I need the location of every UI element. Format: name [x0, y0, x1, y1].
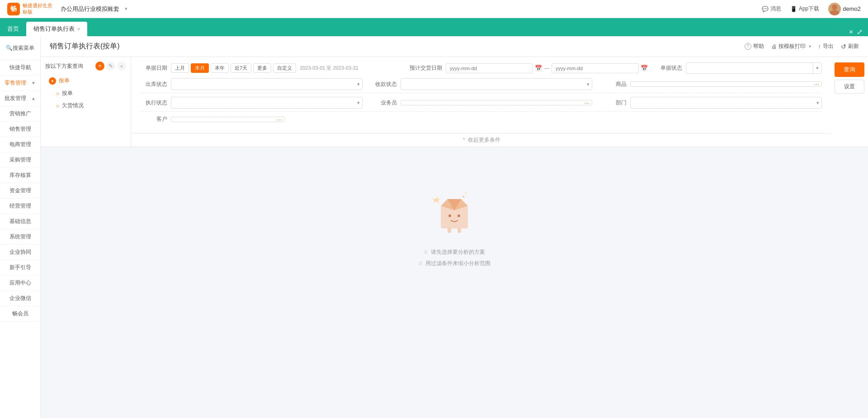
- forecast-date-end-icon[interactable]: 📅: [641, 65, 648, 71]
- tab-home[interactable]: 首页: [0, 22, 26, 36]
- logo-initial: 畅: [10, 5, 17, 13]
- empty-hint2-text: 用过滤条件来缩小分析范围: [425, 260, 491, 267]
- scheme-sub-item-order[interactable]: ○ 按单: [45, 87, 126, 100]
- customer-dots-icon[interactable]: ···: [277, 116, 282, 123]
- sidebar-item-system-label: 系统管理: [9, 233, 31, 241]
- date-btn-more[interactable]: 更多: [253, 63, 271, 73]
- sidebar-item-quick-nav[interactable]: 快捷导航: [0, 60, 40, 76]
- sidebar-item-inventory[interactable]: 库存核算: [0, 168, 40, 183]
- filter-area: 单据日期 上月 本月 本年 近7天 更多 自定义 2023-03-01 至 20…: [131, 57, 831, 147]
- search-menu-label: 搜索菜单: [13, 44, 34, 52]
- scheme-item-order[interactable]: ● 按单: [45, 74, 126, 87]
- collapse-more-bar[interactable]: ⌃ 收起更多条件: [131, 133, 831, 147]
- tab-close-icon[interactable]: ×: [77, 26, 80, 32]
- sidebar-item-operation[interactable]: 经营管理: [0, 199, 40, 214]
- salesperson-multi-select[interactable]: ···: [401, 100, 592, 105]
- sidebar-item-marketing[interactable]: 营销推广: [0, 106, 40, 122]
- customer-input[interactable]: [171, 117, 285, 122]
- sidebar-item-sales-label: 销售管理: [9, 125, 31, 133]
- logo-text: 畅捷通好生意 标版: [23, 3, 52, 14]
- title-dropdown-icon[interactable]: ▾: [125, 6, 127, 12]
- sidebar-item-appstore[interactable]: 应用中心: [0, 276, 40, 291]
- goods-multi-select[interactable]: ···: [630, 81, 822, 87]
- help-action[interactable]: ? 帮助: [745, 43, 764, 50]
- user-profile[interactable]: demo2: [828, 3, 861, 15]
- search-area: 按以下方案查询 + ✎ « ● 按单 ○ 按单 ○ 欠货: [41, 57, 868, 147]
- forecast-date-end-input[interactable]: [552, 63, 639, 73]
- sidebar-item-purchase[interactable]: 采购管理: [0, 152, 40, 168]
- doc-status-select[interactable]: ▾: [686, 62, 822, 74]
- scheme-collapse-btn[interactable]: «: [117, 62, 126, 71]
- query-button[interactable]: 查询: [835, 62, 864, 77]
- sidebar-item-newbie[interactable]: 新手引导: [0, 260, 40, 276]
- date-btn-this-year[interactable]: 本年: [211, 63, 229, 73]
- search-menu-item[interactable]: 🔍 搜索菜单: [4, 40, 37, 56]
- sidebar-item-sales[interactable]: 销售管理: [0, 122, 40, 137]
- date-btn-custom[interactable]: 自定义: [273, 63, 296, 73]
- date-btn-last-month[interactable]: 上月: [171, 63, 189, 73]
- exec-status-select-input[interactable]: [171, 97, 363, 109]
- sidebar-item-ecommerce[interactable]: 电商管理: [0, 137, 40, 152]
- dept-select[interactable]: [630, 97, 822, 109]
- refresh-action[interactable]: ↺ 刷新: [841, 43, 859, 50]
- sidebar-item-enterprise[interactable]: 企业协同: [0, 245, 40, 260]
- customer-multi-select[interactable]: ···: [171, 117, 285, 122]
- message-icon: 💬: [762, 6, 769, 12]
- app-download-action[interactable]: 📱 App下载: [790, 5, 819, 13]
- customer-label: 客户: [140, 115, 167, 123]
- payment-status-label: 收款状态: [370, 81, 397, 88]
- payment-status-select[interactable]: [401, 78, 592, 90]
- sidebar-item-system[interactable]: 系统管理: [0, 229, 40, 245]
- dept-select-input[interactable]: [630, 97, 822, 109]
- filter-forecast-date: 预计交货日期 📅 — 📅: [410, 63, 648, 73]
- date-btn-last7[interactable]: 近7天: [231, 63, 251, 73]
- retail-arrow-icon: ▼: [31, 81, 36, 86]
- filter-panel: 单据日期 上月 本月 本年 近7天 更多 自定义 2023-03-01 至 20…: [131, 57, 831, 133]
- help-icon: ?: [745, 43, 751, 50]
- payment-status-select-input[interactable]: [401, 78, 592, 90]
- delivery-status-select[interactable]: [171, 78, 363, 90]
- window-expand-icon[interactable]: ⤢: [857, 28, 863, 36]
- sidebar-item-marketing-label: 营销推广: [9, 110, 31, 118]
- sidebar-item-operation-label: 经营管理: [9, 202, 31, 210]
- delivery-status-select-input[interactable]: [171, 78, 363, 90]
- sidebar-item-finance[interactable]: 资金管理: [0, 183, 40, 199]
- salesperson-dots-icon[interactable]: ···: [584, 99, 590, 106]
- scheme-add-btn[interactable]: +: [95, 62, 104, 71]
- goods-input[interactable]: [630, 81, 822, 87]
- sidebar-item-wechat[interactable]: 企业微信: [0, 291, 40, 306]
- refresh-label: 刷新: [848, 43, 859, 50]
- svg-point-1: [830, 10, 839, 15]
- print-action[interactable]: 🖨 按模板打印 ▾: [771, 43, 811, 50]
- scheme-edit-btn[interactable]: ✎: [106, 62, 115, 71]
- forecast-date-start-input[interactable]: [446, 63, 533, 73]
- goods-dots-icon[interactable]: ···: [814, 81, 819, 88]
- salesperson-input[interactable]: [401, 100, 592, 105]
- empty-hint2-num: ②: [418, 261, 423, 266]
- export-action[interactable]: ↑ 导出: [818, 43, 834, 50]
- sidebar-item-wholesale[interactable]: 批发管理 ▲: [0, 91, 40, 106]
- sidebar-item-retail[interactable]: 零售管理 ▼: [0, 76, 40, 91]
- tab-sales-order[interactable]: 销售订单执行表 ×: [26, 22, 87, 36]
- logo-text-line1: 畅捷通好生意: [23, 3, 52, 9]
- message-action[interactable]: 💬 消息: [762, 5, 781, 13]
- sidebar-item-enterprise-label: 企业协同: [9, 248, 31, 256]
- date-btn-this-month[interactable]: 本月: [191, 63, 209, 73]
- scheme-sub-item-arrears[interactable]: ○ 欠货情况: [45, 100, 126, 112]
- sidebar-item-member[interactable]: 畅会员: [0, 306, 40, 322]
- doc-status-arrow-icon[interactable]: ▾: [813, 63, 821, 73]
- sidebar-item-ecommerce-label: 电商管理: [9, 141, 31, 148]
- exec-status-select[interactable]: [171, 97, 363, 109]
- filter-row-4: 客户 ···: [140, 115, 822, 123]
- filter-salesperson: 业务员 ···: [370, 99, 592, 107]
- logo-text-line2: 标版: [23, 9, 52, 15]
- setting-button[interactable]: 设置: [835, 80, 864, 94]
- filter-row-3: 执行状态 业务员 ···: [140, 97, 822, 112]
- app-download-label: App下载: [799, 5, 819, 13]
- forecast-date-start-icon[interactable]: 📅: [535, 65, 542, 71]
- svg-rect-5: [448, 228, 451, 233]
- sidebar-item-inventory-label: 库存核算: [9, 171, 31, 179]
- sidebar-item-basic[interactable]: 基础信息: [0, 214, 40, 229]
- tab-home-label: 首页: [7, 25, 19, 33]
- window-close-icon[interactable]: ×: [849, 28, 853, 36]
